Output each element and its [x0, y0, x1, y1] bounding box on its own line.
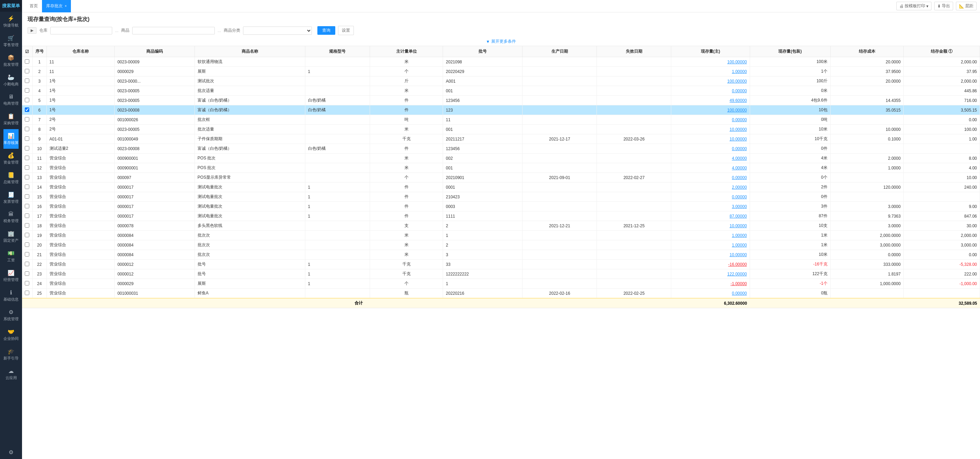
cell-stock-qty[interactable]: 10.00000 — [671, 134, 750, 144]
table-row[interactable]: 18 营业综合 0000078 多头黑色软线 支 2 2021-12-21 20… — [22, 221, 980, 231]
cell-stock-qty[interactable]: 0.00000 — [671, 144, 750, 154]
cell-stock-qty[interactable]: 87.00000 — [671, 212, 750, 221]
cell-stock-qty[interactable]: 10.00000 — [671, 250, 750, 260]
table-row[interactable]: 1 11 0023-00009 软饮通用物流 米 2021098 100.000… — [22, 57, 980, 67]
cell-stock-qty[interactable]: 100.00000 — [671, 57, 750, 67]
collapse-button[interactable]: ▶ — [27, 27, 37, 34]
cell-checkbox[interactable] — [22, 221, 32, 231]
sidebar-item-5[interactable]: 📋采购管理 — [3, 110, 19, 129]
sidebar-item-14[interactable]: ℹ基础信息 — [3, 286, 19, 305]
sidebar-item-7[interactable]: 💰资金管理 — [3, 149, 19, 168]
cell-checkbox[interactable] — [22, 192, 32, 202]
cell-stock-qty[interactable]: 1.00000 — [671, 67, 750, 76]
sidebar-item-18[interactable]: ☁云应用 — [3, 364, 19, 384]
cell-stock-qty[interactable]: -16.00000 — [671, 260, 750, 269]
cell-stock-qty[interactable]: 0.00000 — [671, 86, 750, 96]
cell-stock-qty[interactable]: 1.00000 — [671, 231, 750, 240]
cell-stock-qty[interactable]: 0.00000 — [671, 288, 750, 298]
table-row[interactable]: 14 营业综合 0000017 测试电量批次 1 件 0001 2.00000 … — [22, 183, 980, 192]
category-select[interactable] — [243, 27, 312, 35]
warehouse-input[interactable] — [50, 27, 112, 34]
table-row[interactable]: 10 测试适量2 0023-00008 富诚（白色/奶橘） 白色/奶橘 件 12… — [22, 144, 980, 154]
table-row[interactable]: 6 1号 0023-00008 富诚（白色/奶橘） 白色/奶橘 件 123 10… — [22, 105, 980, 115]
table-row[interactable]: 15 营业综合 0000017 测试电量批次 1 件 210423 0.0000… — [22, 192, 980, 202]
sidebar-item-3[interactable]: 🦢小鹅电商 — [3, 70, 19, 90]
cell-stock-qty[interactable]: -1.00000 — [671, 279, 750, 288]
cell-checkbox[interactable] — [22, 96, 32, 105]
cell-checkbox[interactable] — [22, 202, 32, 212]
cell-checkbox[interactable] — [22, 173, 32, 183]
sidebar-item-0[interactable]: ⚡快捷导航 — [3, 12, 19, 31]
table-row[interactable]: 19 营业综合 0000084 批次次 米 1 1.00000 1米 2,000… — [22, 231, 980, 240]
sidebar-item-1[interactable]: 🛒零售管理 — [3, 31, 19, 51]
sidebar-item-6[interactable]: 📊库存核算 — [3, 129, 19, 149]
cell-checkbox[interactable] — [22, 279, 32, 288]
app-logo[interactable]: 搜索菜单 — [0, 0, 22, 12]
table-row[interactable]: 25 营业综合 001000031 鲜鱼A 瓶 20220216 2022-02… — [22, 288, 980, 298]
cell-checkbox[interactable] — [22, 260, 32, 269]
print-button[interactable]: 🖨 按模板打印 ▾ — [896, 2, 931, 10]
table-row[interactable]: 3 1号 0023-0000... 测试批次 斤 A001 100.00000 … — [22, 76, 980, 86]
table-row[interactable]: 21 营业综合 0000084 批次次 米 3 10.00000 10米 0.0… — [22, 250, 980, 260]
table-row[interactable]: 8 2号 0023-00005 批次适量 米 001 10.00000 10米 … — [22, 125, 980, 134]
sidebar-item-8[interactable]: 📒总账管理 — [3, 168, 19, 188]
cell-stock-qty[interactable]: 0.00000 — [671, 192, 750, 202]
table-row[interactable]: 9 A01-01 001000049 子件保质期期 千克 20211217 20… — [22, 134, 980, 144]
sidebar-item-10[interactable]: 🏛税务管理 — [3, 208, 19, 227]
table-row[interactable]: 7 2号 001000026 批次框 吨 11 0.00000 0吨 0.00 — [22, 115, 980, 125]
table-row[interactable]: 20 营业综合 0000084 批次次 米 2 1.00000 1米 3,000… — [22, 240, 980, 250]
cell-checkbox[interactable] — [22, 86, 32, 96]
cell-checkbox[interactable] — [22, 163, 32, 173]
cell-stock-qty[interactable]: 100.00000 — [671, 76, 750, 86]
sidebar-item-9[interactable]: 🧾发票管理 — [3, 188, 19, 208]
cell-stock-qty[interactable]: 122.00000 — [671, 269, 750, 279]
cell-checkbox[interactable] — [22, 240, 32, 250]
sidebar-item-2[interactable]: 📦批发管理 — [3, 51, 19, 70]
cell-checkbox[interactable] — [22, 212, 32, 221]
table-row[interactable]: 11 营业综合 000900001 POS 批次 米 002 4.00000 4… — [22, 154, 980, 163]
sidebar-item-11[interactable]: 🏢固定资产 — [3, 227, 19, 247]
cell-checkbox[interactable] — [22, 231, 32, 240]
sidebar-item-16[interactable]: 🤝企业协同 — [3, 325, 19, 345]
cell-checkbox[interactable] — [22, 250, 32, 260]
table-row[interactable]: 2 11 0000029 展斯 1 个 20220429 1.00000 1个 … — [22, 67, 980, 76]
goods-input[interactable] — [132, 27, 215, 34]
cell-checkbox[interactable] — [22, 183, 32, 192]
cell-checkbox[interactable] — [22, 125, 32, 134]
table-row[interactable]: 17 营业综合 0000017 测试电量批次 1 件 1111 87.00000… — [22, 212, 980, 221]
cell-checkbox[interactable] — [22, 115, 32, 125]
table-row[interactable]: 12 营业综合 000900001 POS 批次 米 001 4.00000 4… — [22, 163, 980, 173]
cell-stock-qty[interactable]: 49.60000 — [671, 96, 750, 105]
col-checkbox[interactable]: ☑ — [22, 46, 32, 57]
cell-stock-qty[interactable]: 10.00000 — [671, 221, 750, 231]
cell-checkbox[interactable] — [22, 76, 32, 86]
table-row[interactable]: 4 1号 0023-00005 批次适量 米 001 0.00000 0米 44… — [22, 86, 980, 96]
cell-stock-qty[interactable]: 2.00000 — [671, 183, 750, 192]
cell-stock-qty[interactable]: 4.00000 — [671, 154, 750, 163]
table-row[interactable]: 23 营业综合 0000012 批号 1 千克 1222222222 122.0… — [22, 269, 980, 279]
table-row[interactable]: 22 营业综合 0000012 批号 1 千克 33 -16.00000 -16… — [22, 260, 980, 269]
cell-checkbox[interactable] — [22, 269, 32, 279]
settings-button[interactable]: 设置 — [338, 26, 354, 35]
cell-stock-qty[interactable]: 4.00000 — [671, 163, 750, 173]
cell-stock-qty[interactable]: 1.00000 — [671, 240, 750, 250]
cell-stock-qty[interactable]: 0.00000 — [671, 115, 750, 125]
cell-checkbox[interactable] — [22, 105, 32, 115]
settings-icon[interactable]: ⚙ — [0, 446, 22, 459]
table-row[interactable]: 13 营业综合 000097 POS显示库异常常 个 20210901 2021… — [22, 173, 980, 183]
sidebar-item-13[interactable]: 📈经营管理 — [3, 266, 19, 286]
close-tab-icon[interactable]: × — [65, 4, 67, 8]
active-tab[interactable]: 库存批次 × — [42, 0, 71, 13]
cell-checkbox[interactable] — [22, 134, 32, 144]
expand-conditions[interactable]: ▼ 展开更多条件 — [27, 37, 975, 46]
query-button[interactable]: 查询 — [317, 26, 335, 35]
cell-checkbox[interactable] — [22, 154, 32, 163]
cell-checkbox[interactable] — [22, 288, 32, 298]
sidebar-item-4[interactable]: 🖥电商管理 — [3, 90, 19, 110]
table-row[interactable]: 5 1号 0023-00005 富诚（白色/奶橘） 白色/奶橘 件 123456… — [22, 96, 980, 105]
cell-checkbox[interactable] — [22, 144, 32, 154]
sidebar-item-12[interactable]: 💵工资 — [3, 247, 19, 266]
home-tab[interactable]: 首页 — [25, 3, 42, 9]
table-row[interactable]: 16 营业综合 0000017 测试电量批次 1 件 0003 3.00000 … — [22, 202, 980, 212]
sidebar-item-17[interactable]: 🎓新手引导 — [3, 345, 19, 364]
